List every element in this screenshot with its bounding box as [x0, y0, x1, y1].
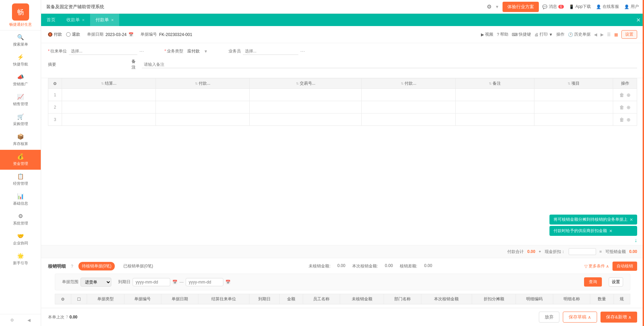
tab-home[interactable]: 首页 [41, 14, 61, 26]
pay-radio[interactable]: 付款 [48, 32, 62, 37]
row-transaction-no[interactable] [250, 113, 362, 126]
grid-view-icon[interactable]: ▦ [614, 32, 618, 37]
save-draft-btn[interactable]: 保存草稿 ∧ [563, 312, 597, 323]
app-download-btn[interactable]: 📱 App下载 [569, 4, 591, 10]
history-btn[interactable]: 🕐 历史单据 [568, 32, 591, 37]
list-view-icon[interactable]: ☰ [607, 32, 611, 37]
row-transaction-no[interactable] [250, 89, 362, 101]
writeoff-tab-done[interactable]: 已核销单据(0笔) [120, 262, 157, 270]
user-btn[interactable]: 👤 用户 [624, 4, 639, 10]
writeoff-help-icon[interactable]: ? [71, 264, 73, 269]
row-account[interactable] [62, 101, 156, 113]
voucher-range-select[interactable]: 进货单 [80, 278, 111, 287]
collapse-icon[interactable]: ◀ [27, 318, 30, 323]
receipt-tab-close[interactable]: ✕ [82, 18, 85, 22]
row-payment-method[interactable] [156, 101, 250, 113]
sidebar-item-quicknav[interactable]: ⚡ 快捷导航 [0, 50, 41, 70]
online-service-label: 在线客服 [603, 4, 619, 10]
discard-btn[interactable]: 放弃 [539, 312, 559, 323]
help-btn[interactable]: ? 帮助 [497, 32, 508, 37]
sidebar-item-inventory[interactable]: 📦 库存核算 [0, 130, 41, 150]
tab-receipt[interactable]: 收款单 ✕ [61, 14, 90, 26]
row-note[interactable] [456, 101, 534, 113]
form-actions: ▶ 视频 ? 帮助 ⌨ 快捷键 🖨 打印 ▼ [481, 30, 637, 39]
staff-input[interactable] [243, 48, 298, 55]
video-btn[interactable]: ▶ 视频 [481, 32, 493, 37]
row-payment-method[interactable] [156, 89, 250, 101]
stat-help-icon[interactable]: ? [66, 315, 68, 319]
online-service-btn[interactable]: 👤 在线客服 [596, 4, 619, 10]
copy-icon[interactable]: ⊕ [627, 105, 631, 110]
calendar-to-icon[interactable]: 📅 [225, 280, 231, 285]
tooltip-1-close[interactable]: ✕ [630, 217, 633, 222]
col-settings[interactable]: ⚙ [48, 79, 62, 89]
wcol-checkbox[interactable]: ☐ [71, 294, 87, 304]
save-draft-arrow-icon: ∧ [588, 315, 591, 320]
tooltip-2-close[interactable]: ✕ [609, 229, 612, 233]
business-type-dropdown-icon[interactable]: ▼ [204, 49, 208, 54]
sidebar-item-finance[interactable]: 💰 资金管理 [0, 150, 41, 170]
sidebar-item-guide[interactable]: 🌟 新手引导 [0, 249, 41, 269]
row-note[interactable] [456, 89, 534, 101]
copy-icon[interactable]: ⊕ [627, 117, 631, 122]
counterparty-input[interactable] [69, 48, 137, 55]
close-all-tabs-btn[interactable]: ✕ [636, 17, 641, 23]
settings-bottom-icon[interactable]: ⚙ [10, 318, 14, 323]
tab-payment[interactable]: 付款单 ✕ [90, 14, 119, 26]
summary-bar: 付款合计 0.00 + 现金折扣： = 可抵销金额 0.00 将可核销金额分摊到… [41, 245, 644, 258]
nav-prev-icon[interactable]: ◀ [594, 32, 597, 37]
delete-icon[interactable]: 🗑 [619, 117, 624, 122]
auto-writeoff-btn[interactable]: 自动核销 [612, 262, 637, 271]
tooltip-arrow-wrapper: ↓ [549, 237, 637, 243]
save-new-btn[interactable]: 保存&新增 ∧ [600, 312, 637, 323]
row-project[interactable] [534, 89, 613, 101]
trial-btn[interactable]: 体验行业方案 [503, 2, 539, 12]
note-input[interactable] [142, 61, 637, 68]
row-account[interactable] [62, 89, 156, 101]
staff-more-btn[interactable]: ··· [300, 48, 305, 55]
payment-tab-close[interactable]: ✕ [111, 18, 114, 22]
row-payment-amount[interactable] [362, 101, 456, 113]
date-from-input[interactable] [133, 278, 170, 286]
row-project[interactable] [534, 113, 613, 126]
cash-input[interactable] [569, 248, 596, 255]
sidebar-item-enterprise[interactable]: 🤝 企业协同 [0, 229, 41, 249]
refund-radio[interactable]: 退款 [66, 32, 80, 37]
sidebar-item-basic[interactable]: 📊 基础信息 [0, 190, 41, 209]
calendar-icon[interactable]: 📅 [128, 32, 134, 37]
date-value: 2023-03-24 [106, 32, 126, 37]
date-to-input[interactable] [186, 278, 223, 286]
sidebar-item-system[interactable]: ⚙ 系统管理 [0, 209, 41, 229]
row-project[interactable] [534, 101, 613, 113]
more-conditions-btn[interactable]: ▽ 更多条件 ∧ [584, 263, 609, 269]
calendar-from-icon[interactable]: 📅 [172, 280, 177, 285]
topbar-dropdown-icon[interactable]: ▼ [495, 4, 499, 9]
counterparty-more-btn[interactable]: ··· [139, 48, 144, 55]
delete-icon[interactable]: 🗑 [619, 92, 624, 98]
sidebar-item-marketing[interactable]: 📣 营销推广 [0, 70, 41, 90]
row-note[interactable] [456, 113, 534, 126]
message-btn[interactable]: 💬 消息 6 [542, 4, 564, 10]
sidebar-item-search[interactable]: 🔍 搜索菜单 [0, 31, 41, 50]
query-btn[interactable]: 查询 [584, 277, 602, 287]
row-account[interactable] [62, 113, 156, 126]
sidebar-item-label: 搜索菜单 [13, 42, 28, 47]
wcol-settings[interactable]: ⚙ [55, 294, 71, 304]
row-payment-amount[interactable] [362, 89, 456, 101]
sidebar-item-purchase[interactable]: 🛒 采购管理 [0, 110, 41, 130]
print-btn[interactable]: 🖨 打印 ▼ [534, 32, 553, 37]
operation-btn[interactable]: 操作 [556, 32, 565, 37]
topbar-settings-icon[interactable]: ⚙ [487, 3, 492, 10]
copy-icon[interactable]: ⊕ [627, 92, 631, 98]
sidebar-item-operations[interactable]: 📋 经营管理 [0, 170, 41, 190]
nav-next-icon[interactable]: ▶ [600, 32, 604, 37]
sidebar-item-sales[interactable]: 📈 销售管理 [0, 90, 41, 110]
row-payment-method[interactable] [156, 113, 250, 126]
shortcut-btn[interactable]: ⌨ 快捷键 [512, 32, 531, 37]
delete-icon[interactable]: 🗑 [619, 105, 624, 110]
row-payment-amount[interactable] [362, 113, 456, 126]
settings-button[interactable]: 设置 [621, 30, 637, 39]
writeoff-tab-pending[interactable]: 待核销单据(0笔) [78, 262, 115, 270]
row-transaction-no[interactable] [250, 101, 362, 113]
writeoff-settings-btn[interactable]: 设置 [609, 277, 623, 287]
